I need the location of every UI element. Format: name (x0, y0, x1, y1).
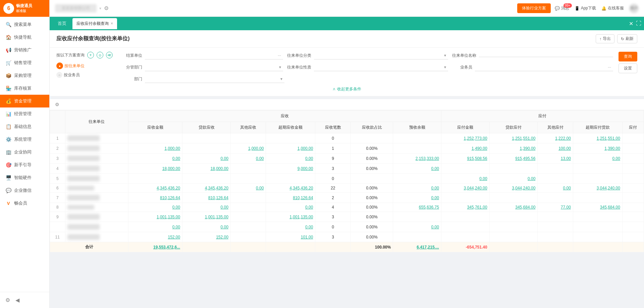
table-cell[interactable]: 0.00 (230, 184, 266, 193)
table-cell[interactable]: 100.00 (538, 143, 573, 153)
table-cell[interactable]: 1,490.00 (441, 143, 489, 153)
footer-ar-prepaid[interactable]: 6,417,215.... (393, 242, 441, 252)
table-cell[interactable]: 810,126.64 (128, 193, 182, 203)
table-cell[interactable]: 1,252,773.00 (441, 133, 489, 143)
settings-icon[interactable]: ⚙ (5, 297, 10, 303)
scrollable-table[interactable]: 往来单位 应收 应付 应收金额 贷款应收 其他应收 超期应收金额 应收笔数 应收… (50, 110, 644, 252)
tab-ar-query[interactable]: 应收应付余额查询 × (72, 18, 117, 29)
sidebar-item-wechat[interactable]: 💬 企业微信 (0, 184, 49, 197)
sidebar-item-hardware[interactable]: 🖥️ 智能硬件 (0, 171, 49, 184)
table-cell[interactable]: 1,001,135.00 (266, 212, 315, 222)
messages-button[interactable]: 💬 消息 99+ (555, 5, 569, 11)
query-button[interactable]: 查询 (619, 52, 637, 61)
table-cell[interactable]: 915,495.56 (489, 153, 538, 164)
table-cell[interactable]: 655,636.75 (393, 203, 441, 212)
table-cell[interactable]: 0.00 (128, 222, 182, 232)
table-cell[interactable]: 810,126.64 (182, 193, 231, 203)
table-cell[interactable]: 0.00 (230, 153, 266, 164)
sidebar-item-guide[interactable]: 🎯 新手引导 (0, 159, 49, 171)
table-cell[interactable]: 0.00 (128, 203, 182, 212)
table-cell[interactable]: 9,000.00 (266, 164, 315, 174)
table-cell[interactable]: 0.00 (266, 222, 315, 232)
table-cell[interactable]: 0.00 (393, 184, 441, 193)
dept-input[interactable]: ▾ (145, 63, 283, 71)
table-cell[interactable]: 3,044,240.00 (441, 184, 489, 193)
table-cell[interactable]: 0.00 (266, 153, 315, 164)
solution-button[interactable]: 体验行业方案 (517, 3, 551, 13)
export-button[interactable]: ↑ 导出 (596, 34, 614, 43)
table-cell[interactable]: 1,251,551.00 (489, 133, 538, 143)
footer-ar-amount[interactable]: 19,553,472,6... (128, 242, 182, 252)
table-cell[interactable]: 152.00 (128, 232, 182, 242)
collapse-icon[interactable]: ◀ (15, 297, 19, 303)
unit-name-input[interactable] (479, 54, 613, 57)
sidebar-item-system[interactable]: ⚙️ 系统管理 (0, 133, 49, 146)
table-cell[interactable]: 345,761.00 (441, 203, 489, 212)
table-cell[interactable]: 0.00 (182, 153, 231, 164)
table-cell[interactable]: 18,000.00 (128, 164, 182, 174)
refresh-button[interactable]: ↻ 刷新 (617, 34, 637, 43)
sidebar-item-enterprise[interactable]: 🏢 企业协同 (0, 146, 49, 159)
add-scheme-button[interactable]: + (87, 52, 94, 58)
table-cell[interactable]: 810,126.64 (266, 193, 315, 203)
app-download-button[interactable]: 📱 App下载 (575, 5, 596, 11)
setting-button[interactable]: 设置 (619, 63, 637, 73)
table-cell[interactable]: 1,390.00 (489, 143, 538, 153)
table-cell[interactable]: 0.00 (393, 164, 441, 174)
table-cell[interactable]: 3,044,240.00 (489, 184, 538, 193)
collapse-button[interactable]: ∧ 收起更多条件 (56, 84, 637, 92)
table-settings-icon[interactable]: ⚙ (55, 102, 59, 107)
sidebar-item-basicinfo[interactable]: 📋 基础信息 (0, 120, 49, 133)
salesperson-input[interactable]: ··· (475, 63, 613, 71)
scheme-by-unit[interactable]: ● 按往来单位 (56, 62, 85, 69)
sidebar-item-finance[interactable]: 💰 资金管理 (0, 95, 49, 107)
department-input[interactable]: ▾ (145, 75, 284, 83)
table-cell[interactable]: 1,000.00 (230, 143, 266, 153)
table-cell[interactable]: 1,000.00 (266, 143, 315, 153)
table-cell[interactable]: 1,000.00 (128, 143, 182, 153)
scheme-settings-button[interactable]: ⊙ (97, 52, 103, 58)
table-cell[interactable]: 0.00 (441, 174, 489, 184)
table-cell[interactable]: 152.00 (182, 232, 231, 242)
unit-nature-input[interactable]: ▾ (314, 63, 448, 71)
online-service-button[interactable]: 🔔 在线客服 (601, 5, 624, 11)
sidebar-item-purchase[interactable]: 📦 采购管理 (0, 69, 49, 82)
table-cell[interactable]: 1,222.00 (538, 133, 573, 143)
gear-icon[interactable]: ⚙ (104, 5, 109, 11)
table-cell[interactable]: 345,684.00 (489, 203, 538, 212)
table-cell[interactable]: 18,000.00 (182, 164, 231, 174)
maximize-window-icon[interactable]: ⛶ (636, 20, 641, 27)
sidebar-item-inventory[interactable]: 🏪 库存核算 (0, 82, 49, 95)
table-cell[interactable]: 345,684.00 (573, 203, 622, 212)
sidebar-item-operation[interactable]: 📊 经营管理 (0, 107, 49, 120)
close-window-icon[interactable]: ✕ (629, 20, 633, 27)
settlement-unit-input[interactable]: ··· (145, 52, 283, 59)
table-cell[interactable]: 0.00 (573, 153, 622, 164)
scheme-by-salesperson[interactable]: ○ 按业务员 (56, 72, 80, 78)
table-cell[interactable]: 4,345,436.20 (266, 184, 315, 193)
table-cell[interactable]: 13.00 (538, 153, 573, 164)
table-cell[interactable]: 4,345,436.20 (182, 184, 231, 193)
table-cell[interactable]: 2,153,333.00 (393, 153, 441, 164)
sidebar-item-quicknav[interactable]: 🏠 快捷导航 (0, 31, 49, 44)
table-cell[interactable]: 1,390.00 (573, 143, 622, 153)
table-cell[interactable]: 1,001,135.00 (182, 212, 231, 222)
table-cell[interactable]: 915,508.56 (441, 153, 489, 164)
table-cell[interactable]: 0.00 (538, 184, 573, 193)
tab-close-icon[interactable]: × (111, 21, 113, 26)
unit-category-input[interactable]: ▾ (314, 52, 448, 59)
table-cell[interactable]: 0.00 (182, 222, 231, 232)
tab-home[interactable]: 首页 (52, 18, 72, 29)
table-cell[interactable]: 0.00 (489, 174, 538, 184)
table-cell[interactable]: 0.00 (128, 153, 182, 164)
table-cell[interactable]: 1,001,135.00 (128, 212, 182, 222)
table-cell[interactable]: 0.00 (266, 203, 315, 212)
sidebar-item-search[interactable]: 🔍 搜索菜单 (0, 18, 49, 31)
sidebar-item-vip[interactable]: V 畅会员 (0, 197, 49, 210)
table-cell[interactable]: 77.00 (538, 203, 573, 212)
table-cell[interactable]: 1,251,551.00 (573, 133, 622, 143)
table-cell[interactable]: 0.00 (393, 222, 441, 232)
user-avatar[interactable]: 用户 (629, 4, 639, 13)
scheme-more-button[interactable]: ≪ (106, 52, 113, 58)
table-cell[interactable]: 3,044,240.00 (573, 184, 622, 193)
